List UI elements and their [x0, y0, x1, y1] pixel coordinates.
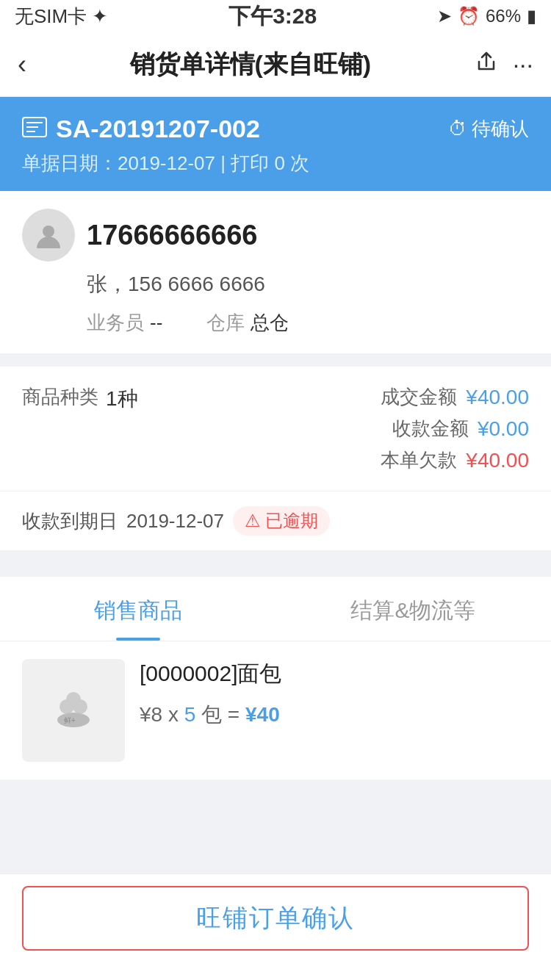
status-left: 无SIM卡 ✦ [15, 4, 108, 29]
salesperson-label: 业务员 [87, 310, 144, 336]
bottom-bar: 旺铺订单确认 [0, 873, 551, 980]
more-icon[interactable]: ··· [513, 50, 533, 79]
summary-row: 商品种类 1种 成交金额 ¥40.00 收款金额 ¥0.00 本单欠款 ¥40.… [22, 384, 529, 473]
avatar [22, 209, 75, 262]
received-label: 收款金额 [392, 416, 469, 442]
product-type-row: 商品种类 1种 [22, 384, 138, 413]
status-time: 下午3:28 [228, 1, 317, 32]
product-qty: 5 [184, 703, 196, 726]
divider-1 [0, 353, 551, 367]
confirm-button[interactable]: 旺铺订单确认 [22, 886, 529, 951]
product-thumbnail: 鲜+ [22, 659, 125, 762]
product-price: ¥8 [140, 703, 162, 726]
order-id: SA-20191207-002 [22, 115, 260, 143]
overdue-badge: ⚠ 已逾期 [233, 506, 330, 536]
status-bar: 无SIM卡 ✦ 下午3:28 ➤ ⏰ 66% ▮ [0, 0, 551, 32]
status-label: 待确认 [472, 116, 529, 142]
warehouse-value: 总仓 [251, 310, 289, 336]
battery-text: 66% [486, 6, 521, 26]
nav-right-icons: ··· [475, 50, 533, 79]
order-header: SA-20191207-002 ⏱ 待确认 单据日期：2019-12-07 | … [0, 97, 551, 191]
clock-icon: ⏱ [448, 118, 467, 140]
product-unit: 包 [201, 703, 222, 726]
due-date-section: 收款到期日 2019-12-07 ⚠ 已逾期 [0, 491, 551, 550]
summary-section: 商品种类 1种 成交金额 ¥40.00 收款金额 ¥0.00 本单欠款 ¥40.… [0, 367, 551, 491]
order-icon [22, 115, 47, 143]
warehouse-item: 仓库 总仓 [206, 310, 289, 336]
svg-point-7 [66, 692, 81, 707]
tabs-section: 销售商品 结算&物流等 [0, 577, 551, 641]
equals-sign: = [228, 703, 245, 726]
order-date: 单据日期：2019-12-07 | 打印 0 次 [22, 151, 529, 176]
product-item: 鲜+ [0000002]面包 ¥8 x 5 包 = ¥40 [0, 641, 551, 780]
product-formula: ¥8 x 5 包 = ¥40 [140, 701, 529, 729]
warehouse-label: 仓库 [206, 310, 245, 336]
svg-text:鲜+: 鲜+ [64, 716, 76, 724]
amount-row: 成交金额 ¥40.00 [381, 384, 529, 410]
status-right: ➤ ⏰ 66% ▮ [437, 6, 536, 26]
tab-settlement-label: 结算&物流等 [350, 598, 475, 622]
due-date-label: 收款到期日 [22, 508, 118, 534]
divider-2 [0, 550, 551, 563]
customer-section: 17666666666 张，156 6666 6666 业务员 -- 仓库 总仓 [0, 191, 551, 353]
tab-sales[interactable]: 销售商品 [0, 577, 276, 641]
amount-label: 成交金额 [381, 384, 457, 410]
product-type-label: 商品种类 [22, 384, 98, 410]
page-title: 销货单详情(来自旺铺) [130, 48, 372, 82]
customer-name: 张，156 6666 6666 [87, 270, 529, 298]
customer-row: 17666666666 [22, 209, 529, 262]
multiply-sign: x [168, 703, 184, 726]
product-total: ¥40 [245, 703, 280, 726]
tab-sales-label: 销售商品 [94, 598, 182, 622]
warning-icon: ⚠ [245, 511, 261, 531]
nav-bar: ‹ 销货单详情(来自旺铺) ··· [0, 32, 551, 97]
tab-settlement[interactable]: 结算&物流等 [276, 577, 551, 641]
product-info: [0000002]面包 ¥8 x 5 包 = ¥40 [140, 659, 529, 729]
share-icon[interactable] [475, 50, 498, 79]
product-section: 鲜+ [0000002]面包 ¥8 x 5 包 = ¥40 [0, 641, 551, 780]
battery-icon: ▮ [527, 6, 536, 26]
product-type-value: 1种 [106, 385, 138, 413]
debt-value: ¥40.00 [466, 449, 529, 472]
alarm-icon: ⏰ [458, 6, 480, 26]
salesperson-value: -- [150, 311, 162, 334]
received-row: 收款金额 ¥0.00 [392, 416, 529, 442]
customer-phone: 17666666666 [87, 220, 257, 251]
back-button[interactable]: ‹ [18, 49, 26, 80]
product-name: [0000002]面包 [140, 659, 529, 689]
location-icon: ➤ [437, 6, 452, 26]
overdue-text: 已逾期 [265, 509, 318, 533]
amount-value: ¥40.00 [466, 386, 529, 409]
debt-label: 本单欠款 [381, 447, 457, 473]
received-value: ¥0.00 [478, 417, 529, 441]
summary-left: 商品种类 1种 [22, 384, 138, 413]
order-status: ⏱ 待确认 [448, 116, 529, 142]
salesperson-item: 业务员 -- [87, 310, 162, 336]
sim-text: 无SIM卡 ✦ [15, 4, 108, 29]
summary-right: 成交金额 ¥40.00 收款金额 ¥0.00 本单欠款 ¥40.00 [381, 384, 529, 473]
debt-row: 本单欠款 ¥40.00 [381, 447, 529, 473]
svg-point-4 [43, 226, 54, 237]
order-id-text: SA-20191207-002 [56, 115, 260, 143]
due-date-value: 2019-12-07 [126, 510, 224, 533]
order-id-row: SA-20191207-002 ⏱ 待确认 [22, 115, 529, 143]
customer-meta: 业务员 -- 仓库 总仓 [87, 310, 529, 336]
